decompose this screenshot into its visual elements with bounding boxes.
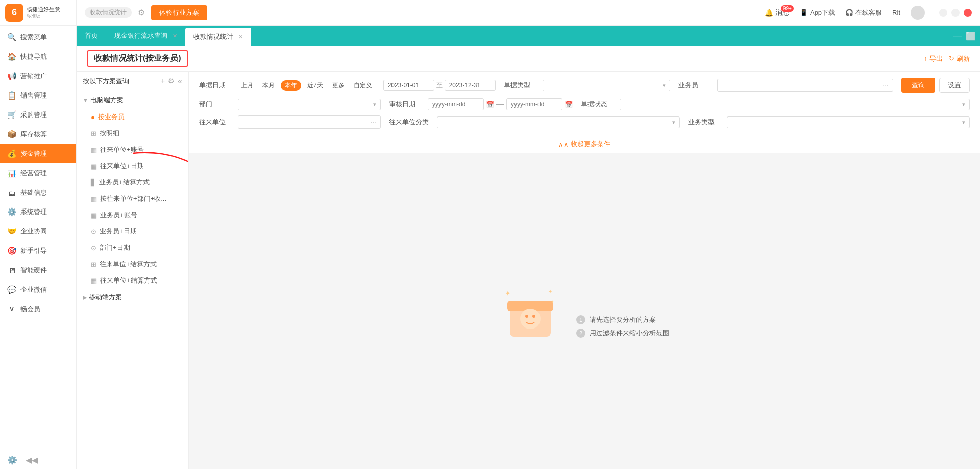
desktop-group-label: 电脑端方案 <box>90 96 124 105</box>
sidebar-item-label: 搜索菜单 <box>20 33 47 42</box>
scheme-item-by-staff[interactable]: ● 按业务员 <box>77 109 188 125</box>
date-btn-custom[interactable]: 自定义 <box>351 80 375 91</box>
sidebar-item-label: 系统管理 <box>20 207 47 217</box>
scheme-item-unit-acct[interactable]: ▦ 往来单位+账号 <box>77 142 188 158</box>
export-button[interactable]: ↑ 导出 <box>924 54 943 63</box>
scheme-item-label: 业务员+日期 <box>100 227 137 236</box>
date-btn-more[interactable]: 更多 <box>329 80 348 91</box>
collapse-panel-button[interactable]: « <box>178 77 182 86</box>
scheme-icon-table: ▦ <box>91 146 97 154</box>
sidebar-item-hardware[interactable]: 🖥 智能硬件 <box>0 261 76 280</box>
page-title-box: 收款情况统计(按业务员) <box>87 50 188 67</box>
sidebar-item-inventory[interactable]: 📦 库存核算 <box>0 125 76 144</box>
app-download-button[interactable]: 📱 App下载 <box>800 8 835 17</box>
settings-icon[interactable]: ⚙ <box>138 8 145 17</box>
calendar-icon-to[interactable]: 📅 <box>565 101 573 108</box>
sidebar-item-sales[interactable]: 📋 销售管理 <box>0 86 76 105</box>
date-btn-last-month[interactable]: 上月 <box>238 80 256 91</box>
user-avatar[interactable] <box>911 6 925 20</box>
audit-from-input[interactable] <box>428 98 484 110</box>
scheme-item-unit-settle2[interactable]: ▦ 往来单位+结算方式 <box>77 272 188 289</box>
app-logo: 6 畅捷通好生意 标准版 <box>0 0 76 26</box>
tab-close-collection[interactable]: ✕ <box>238 34 243 40</box>
biz-type-chevron-icon: ▾ <box>962 119 965 126</box>
sidebar-item-system[interactable]: ⚙️ 系统管理 <box>0 202 76 222</box>
tab-bank[interactable]: 现金银行流水查询 ✕ <box>106 26 185 46</box>
sidebar-item-guide[interactable]: 🎯 新手引导 <box>0 241 76 261</box>
collapse-sidebar-icon[interactable]: ◀◀ <box>26 455 38 465</box>
scheme-item-staff-settle[interactable]: ▋ 业务员+结算方式 <box>77 174 188 191</box>
staff-select[interactable]: ··· <box>717 79 893 92</box>
collapse-bar[interactable]: ∧∧ 收起更多条件 <box>189 135 980 153</box>
refresh-icon: ↻ <box>949 55 954 62</box>
tab-home[interactable]: 首页 <box>77 26 106 46</box>
close-button[interactable] <box>964 9 972 17</box>
setting-button[interactable]: 设置 <box>939 78 970 93</box>
tab-close-bank[interactable]: ✕ <box>173 33 177 39</box>
sidebar-item-ops[interactable]: 📊 经营管理 <box>0 163 76 183</box>
doc-status-select[interactable]: ▾ <box>620 99 970 110</box>
audit-to-input[interactable] <box>506 98 562 110</box>
scheme-item-dept-date[interactable]: ⊙ 部门+日期 <box>77 240 188 256</box>
partner-select[interactable]: ··· <box>238 115 381 129</box>
date-to-input[interactable] <box>445 80 496 91</box>
add-scheme-button[interactable]: + <box>161 77 165 86</box>
hint-item-2: 2 用过滤条件来缩小分析范围 <box>576 329 669 338</box>
sidebar-item-label: 库存核算 <box>20 130 47 139</box>
minimize-button[interactable] <box>939 9 947 17</box>
scheme-item-staff-acct[interactable]: ▦ 业务员+账号 <box>77 207 188 223</box>
maximize-button[interactable] <box>951 9 960 17</box>
sidebar-item-quicknav[interactable]: 🏠 快捷导航 <box>0 47 76 66</box>
date-label: 单据日期 <box>199 81 230 90</box>
partner-cat-select[interactable]: ▾ <box>437 116 680 128</box>
partner-cat-chevron-icon: ▾ <box>672 119 675 126</box>
desktop-group-header[interactable]: ▼ 电脑端方案 <box>77 91 188 109</box>
refresh-button[interactable]: ↻ 刷新 <box>949 54 970 63</box>
scheme-item-by-detail[interactable]: ⊞ 按明细 <box>77 125 188 142</box>
sidebar-item-wechat[interactable]: 💬 企业微信 <box>0 280 76 299</box>
date-btn-7days[interactable]: 近7天 <box>304 80 326 91</box>
tab-minimize-icon[interactable]: — <box>953 31 962 40</box>
dept-chevron-icon: ▾ <box>373 101 376 108</box>
megaphone-icon: 📢 <box>7 72 16 81</box>
scheme-item-unit-dept[interactable]: ▦ 按往来单位+部门+收... <box>77 191 188 207</box>
trial-button[interactable]: 体验行业方案 <box>151 5 207 20</box>
scheme-item-unit-date[interactable]: ▦ 往来单位+日期 <box>77 158 188 174</box>
wechat-icon: 💬 <box>7 285 16 294</box>
support-icon: 🎧 <box>845 9 853 16</box>
scheme-icon-bar: ▋ <box>91 179 96 186</box>
date-btn-this-month[interactable]: 本月 <box>259 80 278 91</box>
dept-select[interactable]: ▾ <box>238 99 381 110</box>
query-button[interactable]: 查询 <box>901 78 935 93</box>
scheme-item-unit-settle1[interactable]: ⊞ 往来单位+结算方式 <box>77 256 188 272</box>
tab-expand-icon[interactable]: ⬜ <box>966 31 976 41</box>
sidebar-item-marketing[interactable]: 📢 营销推广 <box>0 66 76 86</box>
partner-dots-icon[interactable]: ··· <box>370 118 376 126</box>
sidebar-item-search[interactable]: 🔍 搜索菜单 <box>0 28 76 47</box>
mobile-group-header[interactable]: ▶ 移动端方案 <box>77 289 188 306</box>
sidebar-item-label: 快捷导航 <box>20 52 47 61</box>
date-from-input[interactable] <box>383 80 434 91</box>
sidebar-item-member[interactable]: V 畅会员 <box>0 299 76 319</box>
sidebar-item-purchase[interactable]: 🛒 采购管理 <box>0 105 76 125</box>
tab-bar: 首页 现金银行流水查询 ✕ 收款情况统计 ✕ — ⬜ <box>77 26 980 46</box>
collection-tab-label: 收款情况统计 <box>193 32 233 41</box>
doc-type-select[interactable]: ▾ <box>543 80 670 91</box>
message-button[interactable]: 🔔 消息 99+ <box>765 8 790 17</box>
date-btn-this-year[interactable]: 本年 <box>281 80 301 91</box>
bank-tab-label: 现金银行流水查询 <box>114 31 167 40</box>
tab-collection[interactable]: 收款情况统计 ✕ <box>185 28 251 46</box>
calendar-icon-from[interactable]: 📅 <box>486 101 494 108</box>
scheme-item-label: 业务员+账号 <box>100 210 137 220</box>
scheme-settings-button[interactable]: ⚙ <box>168 77 175 86</box>
sidebar-item-finance[interactable]: 💰 资金管理 <box>0 144 76 163</box>
online-support-button[interactable]: 🎧 在线客服 <box>845 8 882 17</box>
content-wrapper: 按以下方案查询 + ⚙ « ▼ 电脑端方案 ● 按业务员 <box>77 72 980 469</box>
settings-bottom-icon[interactable]: ⚙️ <box>7 455 17 465</box>
sidebar-item-basic[interactable]: 🗂 基础信息 <box>0 183 76 202</box>
sidebar-item-corp[interactable]: 🤝 企业协同 <box>0 222 76 241</box>
scheme-icon-clock2: ⊙ <box>91 244 96 252</box>
scheme-item-staff-date[interactable]: ⊙ 业务员+日期 <box>77 223 188 240</box>
biz-type-select[interactable]: ▾ <box>727 116 970 128</box>
more-dots-icon[interactable]: ··· <box>883 81 889 89</box>
